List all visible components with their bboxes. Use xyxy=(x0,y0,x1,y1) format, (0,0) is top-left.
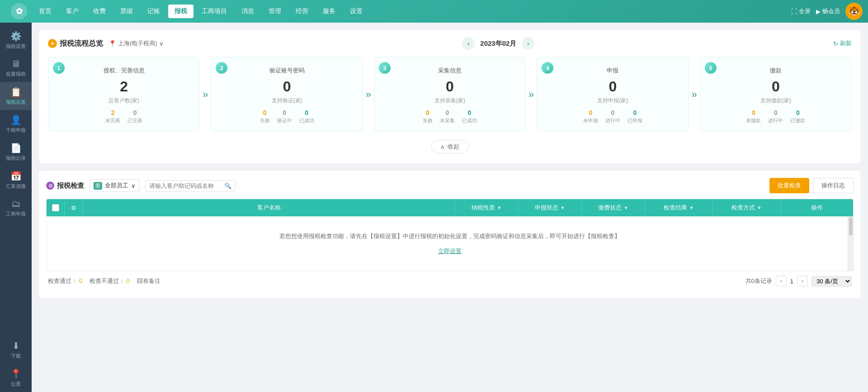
step-card-3: 3 采集信息 0 支持采集(家) 0 失败 0 未采集 0 已成功 xyxy=(374,57,526,132)
operation-log-button[interactable]: 操作日志 xyxy=(813,178,854,193)
stat-unpaid[interactable]: 0 未缴款 xyxy=(746,109,761,124)
refresh-icon: ↻ xyxy=(833,40,838,47)
pass-count[interactable]: 0 xyxy=(79,277,82,284)
step-card-4: 4 申报 0 支持申报(家) 0 未申报 0 进行中 0 已申报 xyxy=(537,57,689,132)
step-title-2: 验证账号密码 xyxy=(218,67,355,75)
stat-in-progress-4[interactable]: 0 进行中 xyxy=(605,109,620,124)
stat-uncollected[interactable]: 0 未采集 xyxy=(440,109,455,124)
filter-icon-5: ▼ xyxy=(757,205,762,210)
sidebar-item-annual-report[interactable]: 🗂 工商年报 xyxy=(0,194,32,222)
stat-incomplete[interactable]: 2 未完善 xyxy=(105,109,120,124)
stat-paid[interactable]: 0 已缴款 xyxy=(790,109,805,124)
th-pay-status[interactable]: 缴费状态 ▼ xyxy=(582,199,645,216)
th-check-method[interactable]: 检查方式 ▼ xyxy=(713,199,781,216)
search-icon[interactable]: 🔍 xyxy=(224,182,231,189)
nav-operation[interactable]: 经营 xyxy=(289,5,315,18)
nav-client[interactable]: 客户 xyxy=(60,5,85,18)
tax-check-table: ⚙ 客户名称 纳税性质 ▼ 申报状态 ▼ 缴费状态 ▼ 检查结果 xyxy=(46,199,854,271)
search-wrap: 🔍 xyxy=(145,180,236,191)
sidebar-item-batch-tax[interactable]: 🖥 批量报税 xyxy=(0,54,32,82)
search-input[interactable] xyxy=(149,182,222,189)
stat-success-2[interactable]: 0 已成功 xyxy=(299,109,314,124)
step-card-2: 2 验证账号密码 0 支持验证(家) 0 失败 0 验证中 0 已成功 xyxy=(211,57,363,132)
stat-label-unreported: 未申报 xyxy=(583,117,598,124)
nav-accounting[interactable]: 记账 xyxy=(141,5,166,18)
step-count-2: 0 xyxy=(218,78,355,95)
next-month-button[interactable]: › xyxy=(522,37,534,50)
stat-failed-3[interactable]: 0 失败 xyxy=(423,109,433,124)
mascot-avatar[interactable]: 🐯 xyxy=(845,3,863,20)
sidebar-item-tax-settings[interactable]: ⚙️ 报税设置 xyxy=(0,26,32,54)
stat-val-complete: 0 xyxy=(133,109,137,116)
select-all-checkbox[interactable] xyxy=(52,204,59,211)
stat-reported[interactable]: 0 已申报 xyxy=(627,109,642,124)
fail-count[interactable]: 0 xyxy=(126,277,129,284)
sidebar-item-tax-records[interactable]: 📄 报税记录 xyxy=(0,138,32,166)
stat-val-unpaid: 0 xyxy=(752,109,755,116)
stat-label-reported: 已申报 xyxy=(627,117,642,124)
filter-icon-2: ▼ xyxy=(560,205,565,210)
nav-manage[interactable]: 管理 xyxy=(262,5,288,18)
employee-label: 全部员工 xyxy=(105,182,128,190)
prev-page-button[interactable]: ‹ xyxy=(776,276,787,287)
stat-in-progress-5[interactable]: 0 进行中 xyxy=(768,109,783,124)
stat-label-verifying: 验证中 xyxy=(277,117,292,124)
play-icon: ▶ xyxy=(816,8,821,15)
stat-success-3[interactable]: 0 已成功 xyxy=(462,109,477,124)
top-navigation: ✿ 首页 客户 收费 票据 记账 报税 工商项目 消息 管理 经营 服务 设置 … xyxy=(0,0,868,23)
per-page-select[interactable]: 30 条/页50 条/页100 条/页 xyxy=(811,276,852,287)
individual-tax-icon: 👤 xyxy=(10,115,22,125)
table-scrollbar[interactable] xyxy=(848,216,853,271)
download-icon: ⬇ xyxy=(12,340,20,351)
step-arrow-4: » xyxy=(689,57,700,132)
current-page: 1 xyxy=(790,278,793,285)
next-page-button[interactable]: › xyxy=(797,276,808,287)
nav-service[interactable]: 服务 xyxy=(316,5,342,18)
fullscreen-button[interactable]: ⛶ 全屏 xyxy=(791,7,811,15)
step-card-5: 5 缴款 0 支持缴款(家) 0 未缴款 0 进行中 0 已缴款 xyxy=(700,57,852,132)
sidebar-item-download[interactable]: ⬇ 下载 xyxy=(9,336,24,364)
stat-val-success-2: 0 xyxy=(305,109,308,116)
th-check-result[interactable]: 检查结果 ▼ xyxy=(645,199,713,216)
overview-header: + 报税流程总览 📍 上海(电子税局) ∨ ‹ 2023年02月 › ↻ 刷新 xyxy=(48,37,852,50)
th-checkbox[interactable] xyxy=(47,199,65,216)
location-text: 上海(电子税局) xyxy=(118,39,157,48)
member-label: 畅会员 xyxy=(822,7,840,15)
sidebar-item-annual-settlement[interactable]: 📅 汇算清缴 xyxy=(0,166,32,194)
collapse-button[interactable]: ∧ 收起 xyxy=(431,140,469,153)
employee-selector[interactable]: 图 全部员工 ∨ xyxy=(90,179,140,192)
nav-business[interactable]: 工商项目 xyxy=(195,5,233,18)
th-tax-nature[interactable]: 纳税性质 ▼ xyxy=(455,199,519,216)
refresh-button[interactable]: ↻ 刷新 xyxy=(833,39,852,48)
stat-unreported[interactable]: 0 未申报 xyxy=(583,109,598,124)
member-button[interactable]: ▶ 畅会员 xyxy=(816,7,840,15)
stat-failed-2[interactable]: 0 失败 xyxy=(260,109,270,124)
fail-label-text: 检查不通过： xyxy=(90,277,125,284)
prev-month-button[interactable]: ‹ xyxy=(462,37,475,50)
stat-verifying[interactable]: 0 验证中 xyxy=(277,109,292,124)
nav-fee[interactable]: 收费 xyxy=(87,5,112,18)
sidebar-item-location[interactable]: 📍 位置 xyxy=(9,364,24,392)
step-subtitle-4: 支持申报(家) xyxy=(544,97,681,105)
stat-val-incomplete: 2 xyxy=(111,109,115,116)
stat-val-unreported: 0 xyxy=(589,109,593,116)
batch-check-button[interactable]: 批量检查 xyxy=(769,178,809,193)
nav-home[interactable]: 首页 xyxy=(33,5,58,18)
th-declare-status[interactable]: 申报状态 ▼ xyxy=(519,199,582,216)
sidebar-item-tax-overview[interactable]: 📋 报税总览 xyxy=(0,82,32,110)
overview-title-area: + 报税流程总览 📍 上海(电子税局) ∨ xyxy=(48,39,164,48)
setup-link[interactable]: 立即设置 xyxy=(438,248,462,254)
nav-invoice[interactable]: 票据 xyxy=(114,5,139,18)
th-settings[interactable]: ⚙ xyxy=(65,199,83,216)
nav-message[interactable]: 消息 xyxy=(235,5,260,18)
stat-label-unpaid: 未缴款 xyxy=(746,117,761,124)
stat-label-complete: 已完善 xyxy=(127,117,142,124)
nav-tax[interactable]: 报税 xyxy=(168,5,193,18)
stat-complete[interactable]: 0 已完善 xyxy=(127,109,142,124)
nav-settings[interactable]: 设置 xyxy=(344,5,369,18)
location-selector[interactable]: 📍 上海(电子税局) ∨ xyxy=(108,39,164,48)
th-client-name[interactable]: 客户名称 xyxy=(83,199,455,216)
collapse-bar: ∧ 收起 xyxy=(48,137,852,156)
stat-val-failed-3: 0 xyxy=(426,109,429,116)
sidebar-item-individual-tax[interactable]: 👤 个税申报 xyxy=(0,110,32,138)
